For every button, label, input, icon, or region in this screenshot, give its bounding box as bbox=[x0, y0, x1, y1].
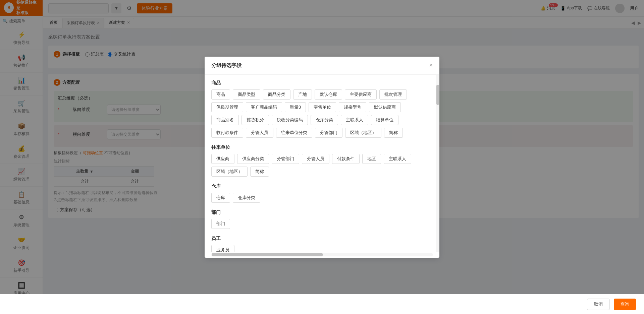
field-tag-付款条件[interactable]: 付款条件 bbox=[332, 154, 360, 164]
field-section-department: 部门部门 bbox=[211, 209, 429, 229]
modal-title: 分组待选字段 bbox=[211, 62, 241, 69]
field-tags-warehouse: 仓库仓库分类 bbox=[211, 193, 429, 203]
field-tags-employee: 业务员 bbox=[211, 245, 429, 252]
field-section-title-department: 部门 bbox=[211, 209, 429, 215]
field-tag-分管人员[interactable]: 分管人员 bbox=[246, 128, 273, 138]
field-tag-规格型号[interactable]: 规格型号 bbox=[339, 102, 366, 112]
field-tag-主联系人[interactable]: 主联系人 bbox=[341, 115, 368, 125]
field-tag-商品别名[interactable]: 商品别名 bbox=[211, 115, 239, 125]
modal-header: 分组待选字段 × bbox=[205, 57, 439, 75]
field-tag-往来单位分类[interactable]: 往来单位分类 bbox=[276, 128, 312, 138]
modal-overlay[interactable]: 分组待选字段 × 商品商品商品类型商品分类产地默认仓库主要供应商批次管理保质期管… bbox=[0, 0, 644, 314]
field-tag-零售单位[interactable]: 零售单位 bbox=[309, 102, 336, 112]
confirm-button[interactable]: 查询 bbox=[614, 299, 636, 310]
field-tags-partner: 供应商供应商分类分管部门分管人员付款条件地区主联系人区域（地区）简称 bbox=[211, 154, 429, 177]
field-tag-地区[interactable]: 地区 bbox=[362, 154, 381, 164]
field-tags-department: 部门 bbox=[211, 219, 429, 229]
field-section-title-warehouse: 仓库 bbox=[211, 183, 429, 189]
field-tag-部门[interactable]: 部门 bbox=[211, 219, 230, 229]
field-tag-保质期管理[interactable]: 保质期管理 bbox=[211, 102, 243, 112]
modal-hscrollbar-thumb bbox=[212, 253, 323, 256]
field-tag-重量3[interactable]: 重量3 bbox=[285, 102, 306, 112]
field-tag-产地[interactable]: 产地 bbox=[293, 89, 312, 100]
field-tag-仓库分类[interactable]: 仓库分类 bbox=[233, 193, 260, 203]
field-section-warehouse: 仓库仓库仓库分类 bbox=[211, 183, 429, 203]
footer: 取消 查询 bbox=[0, 294, 644, 314]
field-section-title-employee: 员工 bbox=[211, 236, 429, 242]
field-tag-税收分类编码[interactable]: 税收分类编码 bbox=[272, 115, 308, 125]
field-tag-收付款条件[interactable]: 收付款条件 bbox=[211, 128, 243, 138]
field-tag-商品[interactable]: 商品 bbox=[211, 89, 230, 100]
field-tag-主要供应商[interactable]: 主要供应商 bbox=[345, 89, 377, 100]
scrollbar-thumb bbox=[436, 85, 439, 105]
field-tag-仓库[interactable]: 仓库 bbox=[211, 193, 230, 203]
field-tag-分管人员[interactable]: 分管人员 bbox=[302, 154, 329, 164]
field-tag-供应商[interactable]: 供应商 bbox=[211, 154, 234, 164]
field-tag-分管部门[interactable]: 分管部门 bbox=[272, 154, 299, 164]
modal-body: 商品商品商品类型商品分类产地默认仓库主要供应商批次管理保质期管理客户商品编码重量… bbox=[205, 75, 436, 252]
field-tag-供应商分类[interactable]: 供应商分类 bbox=[237, 154, 269, 164]
field-tag-业务员[interactable]: 业务员 bbox=[211, 245, 234, 252]
field-tag-默认仓库[interactable]: 默认仓库 bbox=[315, 89, 342, 100]
field-tag-默认供应商[interactable]: 默认供应商 bbox=[369, 102, 401, 112]
field-tag-简称[interactable]: 简称 bbox=[384, 128, 403, 138]
modal: 分组待选字段 × 商品商品商品类型商品分类产地默认仓库主要供应商批次管理保质期管… bbox=[205, 57, 439, 258]
field-tag-客户商品编码[interactable]: 客户商品编码 bbox=[246, 102, 282, 112]
field-section-title-goods: 商品 bbox=[211, 80, 429, 86]
field-tag-区域（地区）[interactable]: 区域（地区） bbox=[345, 128, 381, 138]
field-tags-goods: 商品商品类型商品分类产地默认仓库主要供应商批次管理保质期管理客户商品编码重量3零… bbox=[211, 89, 429, 138]
field-tag-区域（地区）[interactable]: 区域（地区） bbox=[211, 167, 248, 177]
field-section-title-partner: 往来单位 bbox=[211, 144, 429, 150]
field-tag-仓库分类[interactable]: 仓库分类 bbox=[311, 115, 338, 125]
field-tag-批次管理[interactable]: 批次管理 bbox=[379, 89, 407, 100]
field-section-partner: 往来单位供应商供应商分类分管部门分管人员付款条件地区主联系人区域（地区）简称 bbox=[211, 144, 429, 177]
field-tag-分管部门[interactable]: 分管部门 bbox=[315, 128, 342, 138]
modal-close-button[interactable]: × bbox=[429, 62, 433, 69]
field-section-employee: 员工业务员 bbox=[211, 236, 429, 252]
field-tag-结算单位[interactable]: 结算单位 bbox=[371, 115, 398, 125]
field-section-goods: 商品商品商品类型商品分类产地默认仓库主要供应商批次管理保质期管理客户商品编码重量… bbox=[211, 80, 429, 138]
modal-hscrollbar[interactable] bbox=[211, 253, 433, 256]
modal-scrollbar[interactable] bbox=[436, 75, 439, 252]
field-tag-商品类型[interactable]: 商品类型 bbox=[233, 89, 260, 100]
field-tag-简称[interactable]: 简称 bbox=[250, 167, 269, 177]
field-tag-主联系人[interactable]: 主联系人 bbox=[384, 154, 411, 164]
field-tag-拣货积分[interactable]: 拣货积分 bbox=[241, 115, 269, 125]
field-tag-商品分类[interactable]: 商品分类 bbox=[263, 89, 290, 100]
cancel-button[interactable]: 取消 bbox=[587, 299, 610, 310]
